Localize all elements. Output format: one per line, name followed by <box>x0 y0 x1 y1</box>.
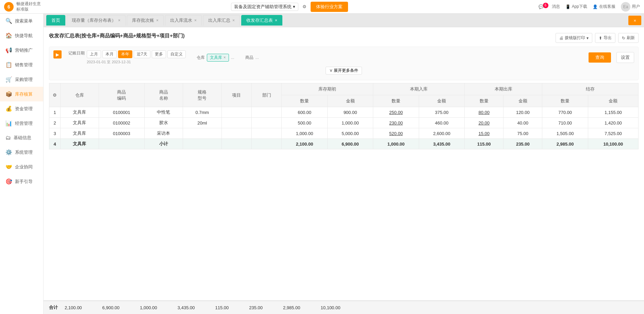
row-in-qty[interactable]: 250.00 <box>373 107 419 118</box>
col-closing-amt-header: 金额 <box>588 95 638 107</box>
finance-icon: 💰 <box>5 105 12 112</box>
col-out-qty-header: 数量 <box>465 95 503 107</box>
row-in-qty[interactable]: 520.00 <box>373 128 419 139</box>
row-out-qty[interactable]: 20.00 <box>465 118 503 128</box>
row-in-amt: 460.00 <box>419 118 464 128</box>
col-out-amt-header: 金额 <box>503 95 542 107</box>
row-department <box>252 128 282 139</box>
row-project <box>221 139 251 149</box>
row-project <box>221 128 251 139</box>
sidebar-item-marketing[interactable]: 📢 营销推广 <box>0 43 43 57</box>
tab-flow[interactable]: 出入库流水 × <box>165 15 202 26</box>
tab-stock-dist[interactable]: 现存量（库存分布表） × <box>67 15 126 26</box>
tab-summary-close[interactable]: × <box>232 18 235 23</box>
col-goods-name-header: 商品名称 <box>145 83 183 107</box>
row-out-amt: 75.00 <box>503 128 542 139</box>
service-icon: 👤 <box>593 4 598 9</box>
print-button[interactable]: 🖨 拨镜版打印 ▾ <box>556 33 592 43</box>
tab-flow-close[interactable]: × <box>194 18 197 23</box>
tab-summary[interactable]: 出入库汇总 × <box>203 15 240 26</box>
print-dropdown-icon: ▾ <box>587 36 589 40</box>
col-opening-qty-header: 数量 <box>282 95 327 107</box>
guide-icon: 🎯 <box>5 178 12 185</box>
expand-icon: ∨ <box>329 68 333 73</box>
tab-batch[interactable]: 库存批次账 × <box>127 15 164 26</box>
tab-stock-dist-close[interactable]: × <box>118 18 120 23</box>
sidebar-item-basic[interactable]: 🗂 基础信息 <box>0 131 43 145</box>
date-label: 记账日期 <box>68 50 85 56</box>
row-open-qty: 600.00 <box>282 107 327 118</box>
date-this-year-button[interactable]: 本年 <box>118 50 132 58</box>
goods-label: 商品 <box>245 55 253 61</box>
sidebar-item-purchase[interactable]: 🛒 采购管理 <box>0 72 43 87</box>
try-industry-button[interactable]: 体验行业方案 <box>311 2 348 12</box>
query-button[interactable]: 查询 <box>589 52 611 63</box>
table-row: 3文具库0100003采访本1,000.005,000.00520.002,60… <box>49 128 639 139</box>
row-open-qty: 1,000.00 <box>282 128 327 139</box>
row-project <box>221 118 251 128</box>
row-goods-name: 采访本 <box>145 128 183 139</box>
sidebar-item-quick[interactable]: 🏠 快捷导航 <box>0 28 43 43</box>
message-button[interactable]: 💬 6 消息 <box>539 4 560 10</box>
row-close-amt: 1,155.00 <box>588 107 638 118</box>
row-open-amt: 900.00 <box>327 107 373 118</box>
tab-collect-summary-close[interactable]: × <box>275 18 277 23</box>
warehouse-tag-remove[interactable]: × <box>224 55 226 60</box>
row-out-qty[interactable]: 15.00 <box>465 128 503 139</box>
total-label: 合计 <box>49 304 58 311</box>
settings-col-header[interactable]: ⚙ <box>49 83 61 107</box>
user-menu-button[interactable]: Ea 用户 <box>621 2 640 12</box>
total-open-qty: 2,100.00 <box>65 305 82 310</box>
chevron-down-icon: ▾ <box>293 4 295 9</box>
table-settings-icon[interactable]: ⚙ <box>53 93 57 98</box>
date-this-month-button[interactable]: 本月 <box>102 50 117 58</box>
row-out-qty: 115.00 <box>465 139 503 149</box>
sidebar-item-inventory[interactable]: 📦 库存核算 <box>0 87 43 101</box>
row-goods-spec: 0.7mm <box>183 107 221 118</box>
total-values: 2,100.00 6,900.00 1,000.00 3,435.00 115.… <box>65 305 340 310</box>
row-goods-spec <box>183 139 221 149</box>
sidebar-item-guide[interactable]: 🎯 新手引导 <box>0 174 43 189</box>
filter-settings-button[interactable]: 设置 <box>616 52 634 63</box>
filter-collapse-button[interactable]: ▶ <box>53 50 62 59</box>
sidebar-item-sales[interactable]: 📋 销售管理 <box>0 57 43 72</box>
row-out-qty[interactable]: 80.00 <box>465 107 503 118</box>
expand-conditions-button[interactable]: ∨ 展开更多条件 <box>326 67 362 75</box>
warehouse-tag[interactable]: 文具库 × <box>207 54 229 62</box>
close-all-tabs-button[interactable]: × <box>628 16 641 25</box>
page-title: 收发存汇总表(按仓库+商品编码+商品+规格型号+项目+部门) <box>49 33 185 39</box>
row-goods-code: 0100003 <box>99 128 144 139</box>
goods-more[interactable]: ... <box>255 55 259 60</box>
total-out-amt: 235.00 <box>249 305 263 310</box>
date-last-7days-button[interactable]: 近7天 <box>134 50 150 58</box>
row-in-qty[interactable]: 230.00 <box>373 118 419 128</box>
sidebar-item-finance[interactable]: 💰 资金管理 <box>0 101 43 116</box>
online-service-button[interactable]: 👤 在线客服 <box>593 4 615 10</box>
tab-collect-summary[interactable]: 收发存汇总表 × <box>241 15 282 26</box>
total-in-amt: 3,435.00 <box>178 305 195 310</box>
sidebar-item-system[interactable]: ⚙️ 系统管理 <box>0 145 43 160</box>
row-goods-spec: 20ml <box>183 118 221 128</box>
tab-batch-close[interactable]: × <box>156 18 159 23</box>
export-button[interactable]: ⬆ 导出 <box>595 33 615 43</box>
search-icon: 🔍 <box>5 18 12 24</box>
row-num: 1 <box>49 107 61 118</box>
date-custom-button[interactable]: 自定义 <box>167 50 186 58</box>
row-num: 3 <box>49 128 61 139</box>
col-in-qty-header: 数量 <box>373 95 419 107</box>
date-last-month-button[interactable]: 上月 <box>87 50 101 58</box>
row-close-amt: 1,420.00 <box>588 118 638 128</box>
date-more-button[interactable]: 更多 <box>152 50 166 58</box>
row-goods-spec <box>183 128 221 139</box>
app-logo-text: 畅捷通好生意 标准版 <box>16 1 41 12</box>
sidebar-item-enterprise[interactable]: 🤝 企业协同 <box>0 160 43 174</box>
row-open-amt: 6,900.00 <box>327 139 373 149</box>
warehouse-more[interactable]: ... <box>231 55 234 60</box>
tab-home[interactable]: 首页 <box>46 15 65 26</box>
settings-icon[interactable]: ⚙ <box>302 4 307 9</box>
refresh-button[interactable]: ↻ 刷新 <box>618 33 639 43</box>
app-download-button[interactable]: 📱 App下载 <box>565 4 587 10</box>
system-selector[interactable]: 装备及固定资产辅助管理系统 ▾ <box>231 3 298 11</box>
sidebar-item-operations[interactable]: 📊 经营管理 <box>0 116 43 131</box>
sidebar-item-search[interactable]: 🔍 搜索菜单 <box>0 14 43 28</box>
